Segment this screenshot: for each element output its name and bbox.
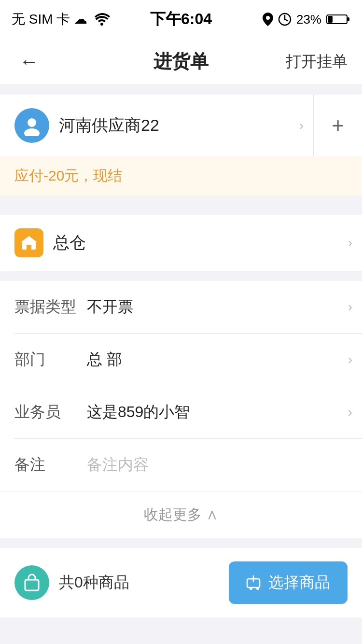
svg-rect-5 xyxy=(328,16,333,23)
remark-input[interactable]: 备注内容 xyxy=(87,454,352,476)
bill-type-row[interactable]: 票据类型 不开票 › xyxy=(0,281,362,333)
svg-point-7 xyxy=(24,128,40,136)
products-icon-bg xyxy=(14,565,49,600)
supplier-section: 河南供应商22 › + xyxy=(0,95,362,156)
select-products-button[interactable]: 选择商品 xyxy=(229,561,348,604)
shopping-bag-icon xyxy=(21,572,42,593)
supplier-avatar xyxy=(14,108,49,143)
separator-1 xyxy=(0,85,362,95)
status-time: 下午6:04 xyxy=(150,9,212,30)
bill-type-label: 票据类型 xyxy=(14,296,87,318)
warehouse-building-icon xyxy=(20,234,38,252)
warehouse-name: 总仓 xyxy=(53,232,343,254)
svg-rect-10 xyxy=(27,245,31,250)
form-section: 票据类型 不开票 › 部门 总 部 › 业务员 这是859的小智 › 备注 备注… xyxy=(0,281,362,538)
bill-type-chevron-icon: › xyxy=(348,299,352,315)
remark-row[interactable]: 备注 备注内容 xyxy=(0,439,362,491)
dept-row[interactable]: 部门 总 部 › xyxy=(0,334,362,386)
nav-bar: ← 进货单 打开挂单 xyxy=(0,39,362,85)
select-products-label: 选择商品 xyxy=(268,572,330,593)
back-button[interactable]: ← xyxy=(14,46,43,77)
separator-2 xyxy=(0,196,362,205)
warehouse-icon-bg xyxy=(14,228,43,257)
clock-icon xyxy=(278,13,292,26)
notice-banner: 应付-20元，现结 xyxy=(0,156,362,196)
supplier-row[interactable]: 河南供应商22 › xyxy=(0,95,314,156)
svg-rect-11 xyxy=(25,580,39,590)
cart-add-icon xyxy=(246,574,264,591)
salesman-label: 业务员 xyxy=(14,402,87,423)
open-pending-button[interactable]: 打开挂单 xyxy=(286,51,348,72)
salesman-chevron-icon: › xyxy=(348,405,352,420)
svg-line-2 xyxy=(285,19,288,21)
remark-label: 备注 xyxy=(14,454,87,476)
bottom-filler xyxy=(0,617,362,644)
battery-icon xyxy=(326,13,350,26)
dept-value: 总 部 xyxy=(87,349,343,370)
salesman-row[interactable]: 业务员 这是859的小智 › xyxy=(0,386,362,438)
status-left: 无 SIM 卡 ☁ xyxy=(12,10,111,28)
svg-point-15 xyxy=(250,587,252,590)
add-supplier-button[interactable]: + xyxy=(314,113,362,138)
status-bar: 无 SIM 卡 ☁ 下午6:04 23% xyxy=(0,0,362,39)
page-title: 进货单 xyxy=(153,49,209,74)
status-right: 23% xyxy=(263,12,350,27)
products-count: 共0种商品 xyxy=(59,572,229,593)
dept-chevron-icon: › xyxy=(348,352,352,367)
svg-point-6 xyxy=(28,118,36,127)
svg-rect-4 xyxy=(347,17,349,21)
collapse-button[interactable]: 收起更多 ∧ xyxy=(0,491,362,538)
form-separator-top xyxy=(14,271,362,271)
salesman-value: 这是859的小智 xyxy=(87,402,343,423)
svg-marker-9 xyxy=(21,236,37,242)
battery-percent: 23% xyxy=(296,12,321,27)
sim-indicator: 无 SIM 卡 ☁ xyxy=(12,10,87,28)
person-icon xyxy=(21,115,42,136)
products-section: 共0种商品 选择商品 xyxy=(0,548,362,617)
supplier-chevron-icon: › xyxy=(299,118,304,133)
bill-type-value: 不开票 xyxy=(87,296,343,318)
location-icon xyxy=(263,13,273,26)
svg-point-16 xyxy=(256,587,259,590)
supplier-name: 河南供应商22 xyxy=(59,114,294,137)
dept-label: 部门 xyxy=(14,349,87,370)
wifi-icon xyxy=(93,13,111,26)
warehouse-row[interactable]: 总仓 › xyxy=(0,215,362,271)
warehouse-chevron-icon: › xyxy=(348,235,352,251)
